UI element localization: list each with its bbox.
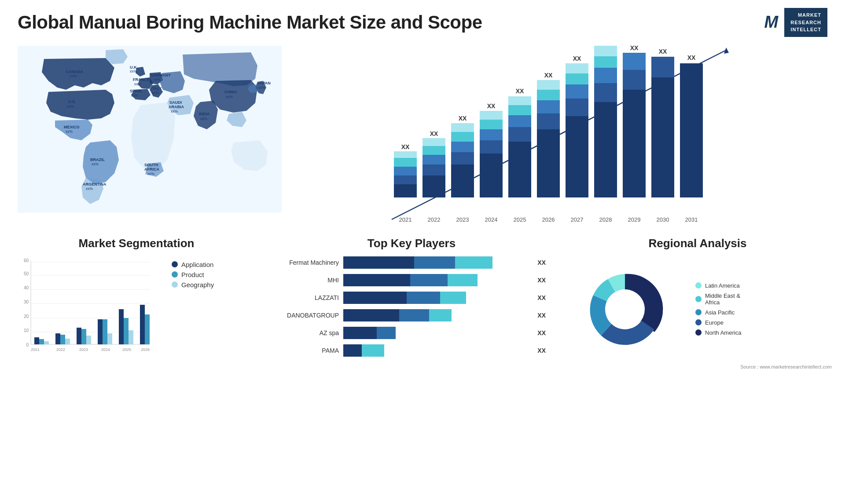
svg-text:xx%: xx% <box>92 162 99 166</box>
legend-dot-application <box>172 261 178 267</box>
svg-text:2029: 2029 <box>628 216 641 223</box>
svg-rect-101 <box>680 63 703 197</box>
svg-rect-132 <box>129 330 133 344</box>
legend-item-europe: Europe <box>695 319 741 326</box>
svg-rect-59 <box>508 142 531 197</box>
svg-text:SAUDI: SAUDI <box>169 100 182 105</box>
svg-rect-128 <box>103 319 107 344</box>
svg-rect-45 <box>422 138 445 146</box>
logo-box: MARKET RESEARCH INTELLECT <box>784 8 827 37</box>
svg-rect-53 <box>480 153 503 197</box>
svg-rect-133 <box>140 305 145 344</box>
player-bar-mid-danobat <box>399 309 429 321</box>
player-row-fermat: Fermat Machinery XX <box>277 256 546 269</box>
page-title: Global Manual Boring Machine Market Size… <box>18 12 482 33</box>
svg-text:xx%: xx% <box>66 129 73 134</box>
svg-text:xx%: xx% <box>131 93 139 98</box>
logo-area: M MARKET RESEARCH INTELLECT <box>764 8 827 37</box>
svg-rect-35 <box>394 184 417 197</box>
legend-dot-geography <box>172 281 178 288</box>
legend-dot-product <box>172 271 178 278</box>
svg-text:2027: 2027 <box>571 216 584 223</box>
player-row-azspa: AZ spa XX <box>277 327 546 339</box>
svg-rect-62 <box>508 105 531 115</box>
svg-text:ARABIA: ARABIA <box>169 105 184 109</box>
svg-rect-72 <box>566 99 588 116</box>
svg-text:2028: 2028 <box>599 216 612 223</box>
svg-rect-57 <box>480 111 503 120</box>
svg-rect-55 <box>480 129 503 140</box>
svg-rect-118 <box>34 337 39 344</box>
svg-rect-66 <box>537 113 560 129</box>
svg-text:ARGENTINA: ARGENTINA <box>83 182 107 186</box>
svg-rect-122 <box>60 335 65 344</box>
player-bar-dark-azspa <box>343 327 377 339</box>
player-bar-light-fermat <box>455 256 492 269</box>
svg-rect-60 <box>508 127 531 142</box>
legend-item-latin-america: Latin America <box>695 282 741 289</box>
player-bar-mid-mhi <box>410 274 448 286</box>
legend-item-geography: Geography <box>172 281 214 289</box>
player-bar-lazzati <box>343 292 529 304</box>
svg-rect-39 <box>394 151 417 158</box>
svg-point-141 <box>605 289 645 329</box>
svg-rect-38 <box>394 158 417 167</box>
player-bar-dark-fermat <box>343 256 414 269</box>
world-map-section: CANADA xx% U.S. xx% MEXICO xx% BRAZIL xx… <box>9 41 282 232</box>
svg-rect-95 <box>623 70 646 90</box>
segmentation-title: Market Segmentation <box>13 237 260 250</box>
svg-text:XX: XX <box>573 55 581 62</box>
legend-color-north-america <box>695 329 702 336</box>
svg-text:2023: 2023 <box>79 347 88 352</box>
player-bar-light-lazzati <box>440 292 466 304</box>
svg-text:xx%: xx% <box>226 95 233 99</box>
svg-text:60: 60 <box>24 258 29 263</box>
svg-text:2025: 2025 <box>514 216 526 223</box>
svg-text:xx%: xx% <box>130 69 137 73</box>
svg-text:0: 0 <box>26 343 29 347</box>
legend-color-latin-america <box>695 282 702 289</box>
svg-text:BRAZIL: BRAZIL <box>90 157 105 162</box>
svg-text:2024: 2024 <box>101 347 110 352</box>
svg-rect-80 <box>594 56 617 68</box>
svg-rect-54 <box>480 140 503 153</box>
svg-rect-126 <box>86 336 91 344</box>
svg-rect-63 <box>508 96 531 105</box>
svg-text:20: 20 <box>24 314 29 319</box>
svg-rect-51 <box>451 123 474 132</box>
svg-text:40: 40 <box>24 285 29 290</box>
svg-text:CHINA: CHINA <box>224 90 237 94</box>
svg-rect-71 <box>566 116 588 197</box>
svg-text:CANADA: CANADA <box>66 69 83 74</box>
legend-item-north-america: North America <box>695 329 741 336</box>
player-bar-fermat <box>343 256 529 269</box>
svg-text:xx%: xx% <box>153 77 161 82</box>
svg-text:xx%: xx% <box>200 117 208 121</box>
legend-item-middle-east: Middle East &Africa <box>695 292 741 306</box>
player-bar-dark-mhi <box>343 274 410 286</box>
svg-rect-37 <box>394 167 417 175</box>
player-name-danobat: DANOBATGROUP <box>277 312 339 319</box>
svg-text:2024: 2024 <box>485 216 498 223</box>
svg-rect-127 <box>98 319 103 344</box>
svg-rect-65 <box>537 129 560 197</box>
bottom-section: Market Segmentation 0 10 20 30 40 50 60 <box>0 232 845 374</box>
svg-text:MEXICO: MEXICO <box>64 125 80 129</box>
legend-color-europe <box>695 319 702 325</box>
legend-color-asia-pacific <box>695 309 702 315</box>
svg-text:30: 30 <box>24 299 29 304</box>
svg-text:10: 10 <box>24 328 29 333</box>
svg-text:XX: XX <box>516 88 524 95</box>
svg-text:GERMANY: GERMANY <box>151 73 171 77</box>
player-bar-dark-lazzati <box>343 292 407 304</box>
svg-rect-96 <box>623 53 646 70</box>
segmentation-legend: Application Product Geography <box>172 261 214 362</box>
svg-rect-121 <box>55 333 60 344</box>
legend-color-middle-east <box>695 296 702 302</box>
regional-legend: Latin America Middle East &Africa Asia P… <box>695 282 741 336</box>
svg-rect-41 <box>422 175 445 197</box>
regional-section: Regional Analysis <box>559 232 836 374</box>
svg-rect-123 <box>65 339 70 344</box>
segmentation-chart-svg: 0 10 20 30 40 50 60 <box>13 256 154 362</box>
svg-text:xx%: xx% <box>70 74 77 78</box>
